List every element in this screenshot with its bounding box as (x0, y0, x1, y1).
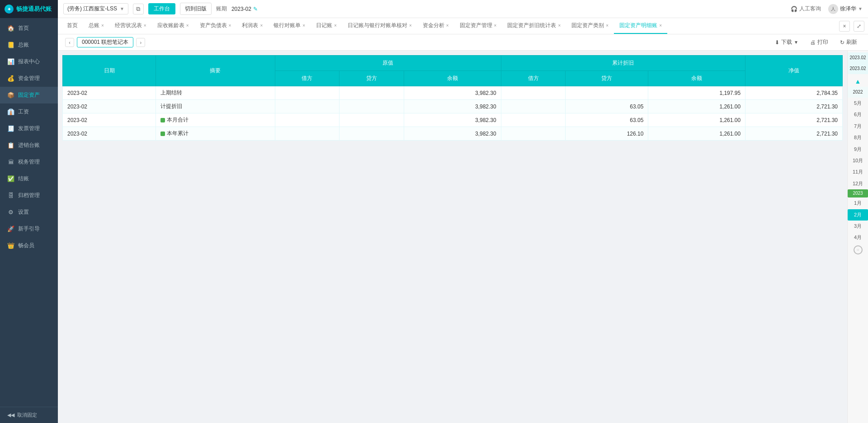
company-selector[interactable]: (劳务) 江西服宝-LSS ▼ (63, 3, 128, 14)
header-right: 🎧 人工客询 人 徐泽华 ▼ (791, 4, 863, 14)
sidebar-item-membership[interactable]: 👑 畅会员 (0, 237, 58, 254)
sidebar-item-tax[interactable]: 🏛 税务管理 (0, 154, 58, 170)
tab-close-icon[interactable]: × (101, 23, 104, 28)
tab-receivable-label: 应收账龄表 (157, 22, 184, 29)
tab-close-icon[interactable]: × (494, 23, 497, 28)
scroll-down-button[interactable]: ○ (854, 245, 863, 254)
tab-fad-label: 固定资产折旧统计表 (507, 22, 556, 29)
sidebar-item-sales-ledger[interactable]: 📋 进销台账 (0, 137, 58, 154)
content-area: 日期 摘要 原值 累计折旧 净值 借方 贷方 余额 借方 贷方 余额 (58, 51, 868, 423)
sidebar-item-label: 畅会员 (18, 242, 34, 249)
sidebar-item-closing[interactable]: ✅ 结账 (0, 170, 58, 187)
tab-journal[interactable]: 日记账 × (311, 18, 342, 34)
tab-close-icon[interactable]: × (229, 23, 231, 28)
tab-close-icon[interactable]: × (659, 23, 662, 28)
download-button[interactable]: ⬇ 下载 ▼ (771, 37, 802, 47)
col-dep-debit: 借方 (501, 71, 566, 86)
avatar: 人 (828, 4, 838, 14)
tab-close-icon[interactable]: × (446, 23, 449, 28)
sidebar-item-ledger[interactable]: 📒 总账 (0, 37, 58, 53)
workbench-button[interactable]: 工作台 (148, 3, 175, 14)
table-cell (501, 100, 566, 113)
human-service-button[interactable]: 🎧 人工客询 (791, 5, 821, 13)
sidebar-item-funds[interactable]: 💰 资金管理 (0, 70, 58, 87)
table-section: 日期 摘要 原值 累计折旧 净值 借方 贷方 余额 借方 贷方 余额 (58, 51, 847, 423)
tab-close-icon[interactable]: × (334, 23, 337, 28)
settings-icon: ⚙ (7, 209, 14, 216)
month-12[interactable]: 12月 (848, 178, 868, 189)
month-1[interactable]: 1月 (848, 197, 868, 209)
tab-home[interactable]: 首页 (61, 18, 83, 34)
tab-ledger[interactable]: 总账 × (83, 18, 109, 34)
sidebar-item-label: 固定资产 (18, 91, 40, 99)
tab-close-icon[interactable]: × (260, 23, 263, 28)
table-cell (275, 100, 340, 113)
user-info[interactable]: 人 徐泽华 ▼ (828, 4, 863, 14)
asset-breadcrumb-name[interactable]: 000001 联想笔记本 (77, 37, 133, 47)
download-chevron-icon: ▼ (794, 40, 798, 45)
table-cell (501, 86, 566, 100)
sidebar-item-fixed-assets[interactable]: 📦 固定资产 (0, 87, 58, 103)
month-4[interactable]: 4月 (848, 232, 868, 243)
action-buttons: ⬇ 下载 ▼ 🖨 打印 ↻ 刷新 (771, 37, 861, 47)
tab-fa-detail[interactable]: 固定资产明细账 × (614, 18, 667, 34)
sidebar-item-label: 首页 (18, 24, 29, 32)
forward-button[interactable]: › (136, 38, 145, 47)
print-button[interactable]: 🖨 打印 (807, 37, 832, 47)
copy-button[interactable]: ⧉ (133, 4, 144, 14)
month-3[interactable]: 3月 (848, 221, 868, 232)
sidebar-item-home[interactable]: 🏠 首页 (0, 20, 58, 37)
tab-receivable-aging[interactable]: 应收账龄表 × (152, 18, 194, 34)
scroll-up-button[interactable]: ▲ (853, 76, 863, 87)
month-7[interactable]: 7月 (848, 121, 868, 132)
table-cell: 2,784.35 (745, 86, 843, 100)
tab-fa-category[interactable]: 固定资产类别 × (566, 18, 614, 34)
refresh-button[interactable]: ↻ 刷新 (836, 37, 861, 47)
tab-balance-sheet[interactable]: 资产负债表 × (194, 18, 237, 34)
download-label: 下载 (781, 38, 792, 46)
tab-bank-statement[interactable]: 银行对账单 × (268, 18, 311, 34)
sidebar-item-payroll[interactable]: 👔 工资 (0, 103, 58, 120)
sidebar-item-settings[interactable]: ⚙ 设置 (0, 204, 58, 221)
tab-close-icon[interactable]: × (186, 23, 189, 28)
tab-profit[interactable]: 利润表 × (236, 18, 268, 34)
col-original-value: 原值 (275, 56, 501, 71)
tab-close-icon[interactable]: × (302, 23, 305, 28)
table-cell (340, 127, 404, 141)
table-cell: 2023-02 (63, 100, 156, 113)
tab-fa-depreciation[interactable]: 固定资产折旧统计表 × (502, 18, 566, 34)
month-11[interactable]: 11月 (848, 166, 868, 178)
tab-close-icon[interactable]: × (606, 23, 609, 28)
tab-fa-management[interactable]: 固定资产管理 × (454, 18, 502, 34)
period-number: 2023-02 (231, 6, 251, 12)
sidebar-item-archive[interactable]: 🗄 归档管理 (0, 187, 58, 204)
month-6[interactable]: 6月 (848, 109, 868, 120)
top-header: (劳务) 江西服宝-LSS ▼ ⧉ 工作台 切到旧版 账期 2023-02 ✎ … (58, 0, 868, 18)
month-8[interactable]: 8月 (848, 132, 868, 143)
sidebar-item-invoice[interactable]: 🧾 发票管理 (0, 120, 58, 137)
tab-business-report[interactable]: 经营状况表 × (109, 18, 152, 34)
month-5[interactable]: 5月 (848, 98, 868, 109)
tab-close-icon[interactable]: × (558, 23, 561, 28)
tab-fund-analysis[interactable]: 资金分析 × (417, 18, 454, 34)
table-cell (340, 100, 404, 113)
tab-journal-bank-check[interactable]: 日记账与银行对账单核对 × (342, 18, 417, 34)
period-edit-icon[interactable]: ✎ (253, 6, 258, 12)
sidebar-item-guide[interactable]: 🚀 新手引导 (0, 221, 58, 237)
table-cell: 3,982.30 (404, 127, 501, 141)
tab-close-icon[interactable]: × (409, 23, 412, 28)
month-10[interactable]: 10月 (848, 155, 868, 166)
back-button[interactable]: ‹ (65, 38, 74, 47)
sidebar-unpin-button[interactable]: ◀◀ 取消固定 (0, 407, 58, 423)
month-2-active[interactable]: 2月 (848, 209, 868, 221)
sidebar-item-label: 设置 (18, 208, 29, 216)
switch-old-button[interactable]: 切到旧版 (180, 3, 212, 15)
sidebar-item-reports[interactable]: 📊 报表中心 (0, 53, 58, 70)
tab-fund-label: 资金分析 (423, 22, 444, 29)
table-row: 2023-02本月合计3,982.3063.051,261.002,721.30 (63, 113, 843, 127)
month-9[interactable]: 9月 (848, 144, 868, 155)
tab-close-all-button[interactable]: × (839, 21, 850, 32)
tab-expand-button[interactable]: ⤢ (854, 21, 864, 32)
tab-close-icon[interactable]: × (144, 23, 146, 28)
table-cell: 上期结转 (156, 86, 275, 100)
